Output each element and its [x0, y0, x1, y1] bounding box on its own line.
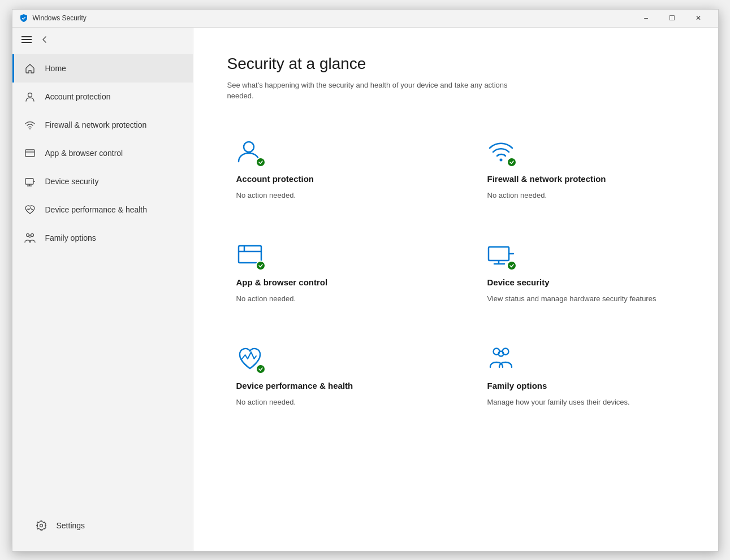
card-app-browser[interactable]: App & browser control No action needed. — [227, 232, 433, 313]
cards-grid: Account protection No action needed. — [227, 129, 684, 417]
window-controls: – ☐ ✕ — [633, 9, 711, 27]
main-content: Security at a glance See what's happenin… — [193, 28, 718, 551]
sidebar-item-account-protection[interactable]: Account protection — [12, 83, 193, 111]
svg-point-13 — [29, 235, 31, 237]
sidebar-item-device-security[interactable]: Device security — [12, 167, 193, 196]
card-device-security[interactable]: Device security View status and manage h… — [478, 232, 684, 313]
gear-icon — [35, 519, 47, 532]
back-icon[interactable] — [40, 34, 50, 47]
svg-rect-20 — [489, 247, 509, 261]
title-bar: Windows Security – ☐ ✕ — [12, 10, 718, 28]
settings-item[interactable]: Settings — [24, 511, 182, 540]
card-title-firewall: Firewall & network protection — [487, 174, 675, 184]
card-desc-account: No action needed. — [236, 190, 424, 201]
check-badge-app — [256, 261, 266, 271]
sidebar-item-device-performance[interactable]: Device performance & health — [12, 196, 193, 224]
card-desc-app: No action needed. — [236, 294, 424, 304]
svg-rect-0 — [21, 36, 32, 37]
sidebar-item-home[interactable]: Home — [12, 54, 193, 83]
sidebar-top — [12, 28, 193, 54]
svg-point-15 — [244, 142, 254, 152]
card-desc-family: Manage how your family uses their device… — [487, 397, 675, 407]
window-title: Windows Security — [33, 14, 87, 22]
svg-point-3 — [28, 93, 32, 97]
sidebar-bottom: Settings — [12, 505, 193, 551]
svg-rect-17 — [239, 246, 261, 263]
sidebar-label-home: Home — [45, 64, 66, 73]
close-button[interactable]: ✕ — [685, 9, 711, 27]
card-title-family: Family options — [487, 381, 675, 390]
hamburger-icon[interactable] — [21, 34, 32, 47]
check-badge-firewall — [507, 157, 517, 167]
card-firewall[interactable]: Firewall & network protection No action … — [478, 129, 684, 210]
maximize-button[interactable]: ☐ — [659, 9, 685, 27]
sidebar-item-firewall[interactable]: Firewall & network protection — [12, 111, 193, 139]
sidebar-label-performance: Device performance & health — [45, 205, 148, 214]
person-icon — [24, 90, 36, 103]
browser-icon — [24, 147, 36, 159]
svg-rect-1 — [21, 39, 32, 40]
card-family[interactable]: Family options Manage how your family us… — [478, 336, 684, 416]
svg-rect-7 — [25, 179, 33, 184]
heart-icon — [24, 203, 36, 216]
card-title-app: App & browser control — [236, 277, 424, 287]
minimize-button[interactable]: – — [633, 9, 659, 27]
sidebar-item-app-browser[interactable]: App & browser control — [12, 139, 193, 167]
svg-point-16 — [499, 158, 502, 161]
sidebar-label-account: Account protection — [45, 92, 111, 101]
card-device-performance[interactable]: Device performance & health No action ne… — [227, 336, 433, 416]
app-icon — [19, 14, 28, 23]
card-icon-wrap-app — [236, 241, 266, 271]
page-subtitle: See what's happening with the security a… — [227, 80, 510, 102]
card-icon-wrap-performance — [236, 345, 266, 374]
sidebar-label-device: Device security — [45, 177, 99, 186]
title-bar-left: Windows Security — [19, 14, 87, 23]
svg-point-14 — [40, 524, 42, 527]
sidebar: Home Account protection — [12, 28, 193, 551]
app-content: Home Account protection — [12, 28, 718, 551]
svg-rect-2 — [21, 42, 32, 43]
sidebar-label-firewall: Firewall & network protection — [45, 120, 147, 129]
card-desc-performance: No action needed. — [236, 397, 424, 407]
sidebar-item-family[interactable]: Family options — [12, 224, 193, 252]
card-title-performance: Device performance & health — [236, 381, 424, 390]
sidebar-label-app: App & browser control — [45, 149, 123, 158]
card-desc-firewall: No action needed. — [487, 190, 675, 201]
card-family-icon — [487, 345, 515, 372]
check-badge-account — [256, 157, 266, 167]
check-badge-device — [507, 261, 517, 271]
wifi-icon — [24, 119, 36, 131]
card-title-account: Account protection — [236, 174, 424, 184]
app-window: Windows Security – ☐ ✕ — [12, 9, 719, 552]
sidebar-nav: Home Account protection — [12, 54, 193, 505]
settings-label: Settings — [57, 521, 85, 530]
home-icon — [24, 62, 36, 75]
svg-rect-5 — [25, 150, 34, 157]
card-icon-wrap-account — [236, 138, 266, 167]
card-icon-wrap-family — [487, 345, 517, 374]
page-title: Security at a glance — [227, 55, 684, 73]
family-icon — [24, 232, 36, 244]
card-icon-wrap-device — [487, 241, 517, 271]
card-account-protection[interactable]: Account protection No action needed. — [227, 129, 433, 210]
check-badge-performance — [256, 364, 266, 374]
card-title-device: Device security — [487, 277, 675, 287]
card-icon-wrap-firewall — [487, 138, 517, 167]
sidebar-label-family: Family options — [45, 233, 96, 242]
card-desc-device: View status and manage hardware security… — [487, 294, 675, 304]
svg-point-4 — [29, 128, 31, 129]
device-icon — [24, 175, 36, 188]
